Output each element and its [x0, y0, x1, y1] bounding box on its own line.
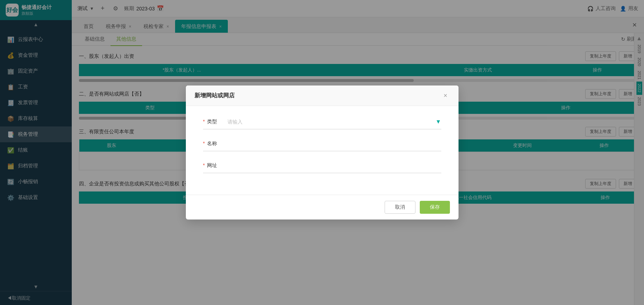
form-label-type: * 类型 — [203, 119, 225, 125]
form-label-name: * 名称 — [203, 140, 225, 147]
dialog-close-button[interactable]: × — [441, 91, 450, 100]
dialog-body: * 类型 ▼ * 名称 * 网址 — [186, 106, 459, 195]
add-website-dialog: 新增网站或网店 × * 类型 ▼ * 名称 — [186, 86, 459, 219]
name-input[interactable] — [225, 139, 441, 148]
type-dropdown-arrow[interactable]: ▼ — [436, 119, 441, 125]
type-input[interactable] — [225, 117, 436, 126]
url-input[interactable] — [225, 161, 441, 170]
dialog-footer: 取消 保存 — [186, 195, 459, 219]
modal-overlay[interactable]: 新增网站或网店 × * 类型 ▼ * 名称 — [0, 0, 644, 305]
form-field-url: * 网址 — [203, 161, 441, 173]
dialog-header: 新增网站或网店 × — [186, 86, 459, 106]
form-field-name: * 名称 — [203, 139, 441, 151]
form-label-url: * 网址 — [203, 162, 225, 169]
save-button[interactable]: 保存 — [420, 201, 450, 214]
cancel-button[interactable]: 取消 — [385, 201, 415, 214]
dialog-title: 新增网站或网店 — [194, 92, 235, 100]
form-field-type: * 类型 ▼ — [203, 117, 441, 129]
